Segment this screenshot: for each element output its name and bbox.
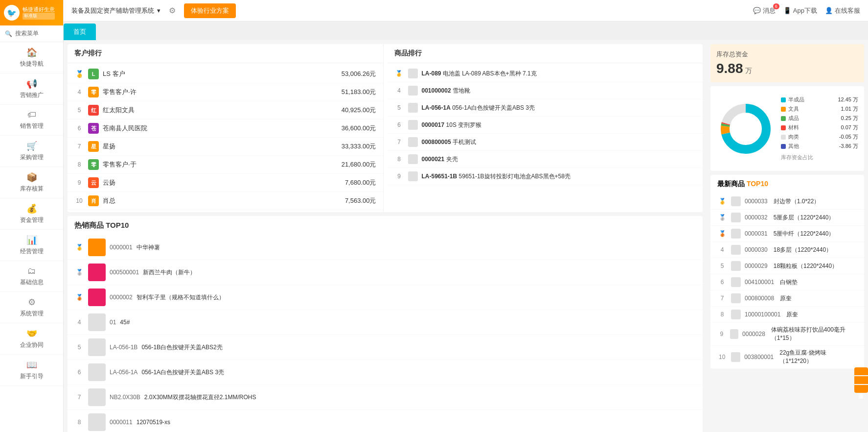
table-row: 4 零 零售客户·许 51,183.00元	[68, 83, 383, 101]
tab-home[interactable]: 首页	[64, 24, 96, 40]
product-name: 5厘中纤（1220*2440）	[774, 230, 835, 238]
sidebar-item-system[interactable]: ⚙ 系统管理	[0, 292, 63, 323]
product-info: 000800005 手机测试	[422, 138, 696, 146]
product-name: 白钢垫	[780, 278, 798, 287]
newest-top10-label: TOP10	[747, 180, 768, 188]
list-item: 4 01 45#	[68, 310, 703, 335]
list-item: 🥇 0000001 中华神薯	[68, 235, 703, 260]
rank-number: 5	[394, 104, 404, 111]
medal-icon: 🥇	[74, 70, 84, 78]
product-name: 新西兰牛肉（新牛）	[143, 268, 196, 277]
sidebar-item-quick-nav[interactable]: 🏠 快捷导航	[0, 42, 63, 73]
sidebar-item-operations[interactable]: 📊 经营管理	[0, 230, 63, 261]
rank-number: 8	[74, 419, 84, 426]
product-code: 0000011	[110, 419, 133, 426]
legend-color	[781, 125, 786, 130]
product-code: LA-056-1A	[110, 369, 137, 376]
sidebar-item-guide[interactable]: 📖 新手引导	[0, 355, 63, 386]
table-row: 6 苍 苍南县人民医院 36,600.00元	[68, 120, 383, 138]
product-name: 原奎	[780, 294, 792, 303]
sidebar-item-label: 系统管理	[20, 310, 44, 318]
product-thumbnail	[88, 288, 106, 306]
product-code: 01	[110, 319, 116, 326]
legend-label: 文具	[788, 105, 839, 113]
customer-name: 红太阳文具	[103, 106, 338, 115]
medal-icon: 🥈	[717, 214, 727, 221]
system-selector[interactable]: 装备及固定资产辅助管理系统 ▾	[71, 6, 160, 15]
cs-live-button[interactable]: 直播	[854, 385, 868, 393]
list-item: 🥇 0000033 封边带（1.0*22）	[710, 193, 864, 210]
product-icon	[408, 154, 418, 164]
finance-icon: 💰	[26, 203, 37, 214]
product-code: 000500001	[110, 269, 139, 276]
product-name: 中华神薯	[137, 243, 160, 252]
product-code: 0000028	[742, 331, 765, 337]
sales-icon: 🏷	[27, 110, 36, 120]
rank-number: 4	[74, 319, 84, 326]
legend-item-stationery: 文具 1.01 万	[781, 105, 858, 113]
table-row: 5 红 红太阳文具 40,925.00元	[68, 101, 383, 120]
rank-number: 8	[394, 156, 404, 163]
product-icon	[731, 277, 741, 287]
list-item: 7 000800008 原奎	[710, 290, 864, 307]
table-row: 7 000800005 手机测试	[388, 134, 703, 151]
sidebar-item-marketing[interactable]: 📢 营销推广	[0, 73, 63, 105]
sidebar-item-label: 资金管理	[20, 216, 44, 224]
sidebar-item-basic-info[interactable]: 🗂 基础信息	[0, 261, 63, 292]
inventory-summary-card: 库存总资金 9.88 万	[710, 44, 864, 82]
sidebar: 🐦 畅捷通好生意 标准版 🔍 搜索菜单 🏠 快捷导航 📢 营销推广 🏷 销售管理…	[0, 0, 64, 432]
product-code: 0000032	[745, 214, 768, 221]
legend-label: 成品	[788, 115, 839, 122]
list-item: 9 0000028 体碗荔枝味苏打饮品400毫升（1*15）	[710, 323, 864, 346]
product-code: 0000029	[745, 263, 768, 269]
product-icon	[731, 245, 741, 255]
product-code: 10000100001	[745, 311, 780, 318]
product-name: 18颗粒板（1220*2440）	[774, 262, 838, 270]
customer-name: 零售客户·许	[103, 88, 338, 96]
rank-number: 4	[717, 246, 727, 253]
table-row: 5 LA-056-1A 056-1A白色按键开关盖ABS 3壳	[388, 99, 703, 117]
trial-button[interactable]: 体验行业方案	[184, 3, 236, 18]
sidebar-item-inventory[interactable]: 📦 库存核算	[0, 167, 63, 198]
legend-color	[781, 97, 786, 102]
product-icon	[731, 310, 741, 319]
inventory-unit: 万	[745, 67, 752, 75]
sidebar-item-label: 快捷导航	[20, 60, 44, 68]
product-code: 004100001	[745, 279, 774, 286]
table-row: 🥇 L LS 客户 53,006.26元	[68, 65, 383, 83]
product-info: 0000021 夹壳	[422, 155, 696, 164]
sidebar-item-enterprise[interactable]: 🤝 企业协同	[0, 323, 63, 355]
customer-amount: 33,333.00元	[342, 142, 376, 151]
product-name: 5厘多层（1220*2440）	[774, 214, 835, 222]
list-item: 10 003800001 22g鱼豆腐·烧烤味（1*12*20）	[710, 346, 864, 369]
gear-button[interactable]: ⚙	[165, 4, 179, 18]
cs-community-button[interactable]: 服务社区	[854, 376, 868, 384]
product-code: 000800008	[745, 295, 774, 302]
table-row: 4 001000002 雪地靴	[388, 82, 703, 99]
sidebar-item-finance[interactable]: 💰 资金管理	[0, 198, 63, 230]
rank-number: 4	[74, 89, 84, 96]
table-row: 8 0000021 夹壳	[388, 151, 703, 168]
product-name: 体碗荔枝味苏打饮品400毫升（1*15）	[771, 326, 857, 342]
legend-item-semi: 半成品 12.45 万	[781, 96, 858, 103]
customer-amount: 36,600.00元	[342, 124, 376, 133]
inventory-amount: 9.88	[716, 61, 743, 76]
customer-name: 星扬	[103, 142, 338, 151]
system-icon: ⚙	[28, 297, 36, 308]
search-menu[interactable]: 🔍 搜索菜单	[0, 25, 63, 42]
cs-hotline-button[interactable]: 客服热线	[854, 367, 868, 375]
sidebar-item-sales[interactable]: 🏷 销售管理	[0, 105, 63, 136]
legend-item-material: 材料 0.07 万	[781, 124, 858, 131]
phone-icon: 📱	[783, 7, 791, 14]
product-icon	[408, 69, 418, 78]
legend-value: 12.45 万	[838, 96, 858, 103]
app-download-button[interactable]: 📱 App下载	[783, 6, 817, 15]
sidebar-item-purchase[interactable]: 🛒 采购管理	[0, 136, 63, 167]
online-service-button[interactable]: 👤 在线客服	[825, 6, 860, 15]
legend-color	[781, 116, 786, 121]
rank-number: 7	[717, 295, 727, 302]
product-code: 0000033	[745, 198, 768, 205]
message-button[interactable]: 💬 消息 6	[753, 6, 776, 15]
rank-number: 9	[74, 179, 84, 186]
avatar: 云	[88, 177, 99, 188]
